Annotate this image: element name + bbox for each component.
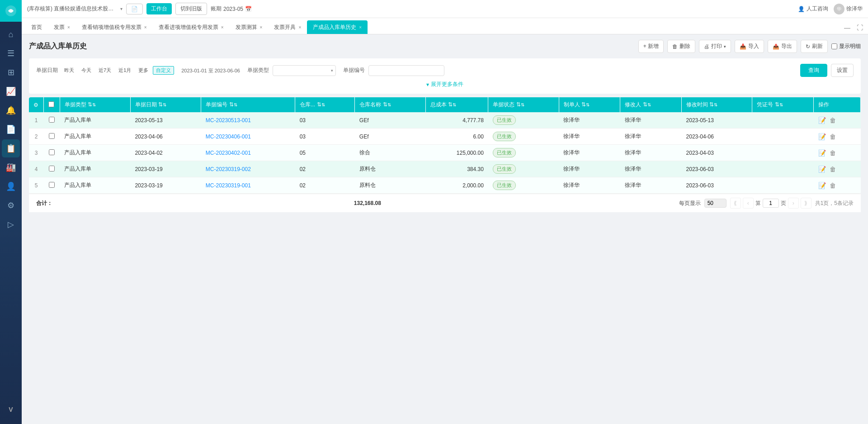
- row-select-1[interactable]: [49, 133, 55, 139]
- date-btn-more[interactable]: 更多: [136, 66, 151, 75]
- sidebar-item-home[interactable]: ⌂: [2, 25, 20, 43]
- docno-input[interactable]: [368, 65, 444, 76]
- sort-icon-doctype: ⇅: [88, 101, 96, 108]
- tab-invoice-close[interactable]: ×: [67, 25, 70, 30]
- status-badge-1: 已生效: [493, 132, 516, 141]
- edit-icon-0[interactable]: 📝: [818, 117, 826, 124]
- col-doc-date[interactable]: 单据日期 ⇅: [130, 97, 201, 112]
- brand-dropdown-icon[interactable]: ▾: [120, 6, 123, 11]
- delete-icon-4[interactable]: 🗑: [830, 182, 836, 189]
- sidebar-item-factory[interactable]: 🏭: [2, 158, 20, 176]
- row-select-0[interactable]: [49, 117, 55, 123]
- col-modifier[interactable]: 修改人 ⇅: [620, 97, 682, 112]
- doc-no-link-3[interactable]: MC-20230319-002: [206, 166, 251, 172]
- tab-purchase-vat-close[interactable]: ×: [221, 25, 224, 30]
- user-section[interactable]: 华 徐泽华: [834, 4, 863, 14]
- delete-icon: 🗑: [672, 43, 678, 50]
- col-creator[interactable]: 制单人 ⇅: [559, 97, 620, 112]
- col-settings[interactable]: ⚙: [29, 97, 43, 112]
- last-page-button[interactable]: ⟫: [801, 198, 811, 209]
- sidebar-item-user[interactable]: 👤: [2, 177, 20, 195]
- sidebar-item-play[interactable]: ▷: [2, 215, 20, 233]
- tab-invoice-issue[interactable]: 发票开具 ×: [268, 20, 307, 34]
- col-modify-time[interactable]: 修改时间 ⇅: [682, 97, 752, 112]
- window-maximize-button[interactable]: ⛶: [855, 23, 864, 32]
- edit-icon-4[interactable]: 📝: [818, 182, 826, 189]
- next-page-button[interactable]: ›: [788, 198, 799, 209]
- tab-sales-vat-close[interactable]: ×: [144, 25, 147, 30]
- sidebar-item-menu[interactable]: ☰: [2, 44, 20, 62]
- delete-button[interactable]: 🗑 删除: [667, 40, 695, 53]
- date-btn-7days[interactable]: 近7天: [96, 66, 114, 75]
- per-page-select[interactable]: 50 100 200: [704, 199, 726, 208]
- col-warehouse-name[interactable]: 仓库名称 ⇅: [355, 97, 425, 112]
- row-whname-1: GEf: [355, 129, 425, 145]
- refresh-button[interactable]: ↻ 刷新: [801, 40, 828, 53]
- row-status-1: 已生效: [488, 129, 559, 145]
- export-button[interactable]: 📤 导出: [768, 40, 797, 53]
- edit-icon-3[interactable]: 📝: [818, 166, 826, 173]
- import-button[interactable]: 📥 导入: [735, 40, 764, 53]
- sidebar-item-doc[interactable]: 📄: [2, 120, 20, 138]
- delete-icon-2[interactable]: 🗑: [830, 149, 836, 157]
- date-btn-yesterday[interactable]: 昨天: [61, 66, 77, 75]
- app-logo[interactable]: [0, 0, 22, 22]
- print-button[interactable]: 🖨 打印 ▾: [699, 40, 731, 53]
- col-total-cost[interactable]: 总成本 ⇅: [425, 97, 488, 112]
- first-page-button[interactable]: ⟪: [730, 198, 741, 209]
- delete-icon-1[interactable]: 🗑: [830, 133, 836, 140]
- tab-product-inbound[interactable]: 产成品入库单历史 ×: [307, 20, 368, 34]
- window-minimize-button[interactable]: —: [843, 23, 852, 32]
- row-docdate-4: 2023-03-19: [130, 177, 201, 194]
- row-select-3[interactable]: [49, 166, 55, 172]
- doc-no-link-4[interactable]: MC-20230319-001: [206, 182, 251, 189]
- doc-template-button[interactable]: 📄: [126, 4, 143, 14]
- select-all-checkbox[interactable]: [48, 101, 54, 107]
- calendar-icon[interactable]: 📅: [245, 6, 252, 12]
- row-select-4[interactable]: [49, 182, 55, 188]
- col-voucher-no[interactable]: 凭证号 ⇅: [752, 97, 814, 112]
- expand-filter-button[interactable]: ▾ 展开更多条件: [426, 81, 463, 88]
- show-detail-checkbox[interactable]: [831, 43, 837, 49]
- edit-icon-2[interactable]: 📝: [818, 149, 826, 157]
- doc-no-link-2[interactable]: MC-20230402-001: [206, 150, 251, 156]
- page-input[interactable]: [763, 199, 779, 208]
- table-row: 3 产品入库单 2023-04-02 MC-20230402-001 05 徐合…: [29, 145, 861, 161]
- tab-invoice-calc-close[interactable]: ×: [260, 25, 263, 30]
- row-select-2[interactable]: [49, 149, 55, 155]
- sidebar-item-clipboard[interactable]: 📋: [2, 139, 20, 157]
- tab-sales-vat[interactable]: 查看销项增值税专用发票 ×: [76, 20, 153, 34]
- query-button[interactable]: 查询: [800, 64, 827, 77]
- sidebar-item-v[interactable]: V: [2, 400, 20, 419]
- sidebar-item-grid[interactable]: ⊞: [2, 63, 20, 81]
- edit-icon-1[interactable]: 📝: [818, 133, 826, 140]
- col-warehouse-code[interactable]: 仓库... ⇅: [295, 97, 355, 112]
- settings-button[interactable]: 设置: [831, 64, 854, 77]
- row-modtime-3: 2023-06-03: [682, 161, 752, 177]
- delete-icon-0[interactable]: 🗑: [830, 117, 836, 124]
- switch-version-button[interactable]: 切到旧版: [175, 3, 207, 15]
- delete-icon-3[interactable]: 🗑: [830, 166, 836, 173]
- tab-invoice-calc[interactable]: 发票测算 ×: [230, 20, 269, 34]
- doctype-select[interactable]: [273, 65, 336, 76]
- tab-invoice-issue-close[interactable]: ×: [298, 25, 301, 30]
- prev-page-button[interactable]: ‹: [743, 198, 754, 209]
- doc-no-link-0[interactable]: MC-20230513-001: [206, 117, 251, 124]
- date-btn-today[interactable]: 今天: [79, 66, 94, 75]
- col-status[interactable]: 单据状态 ⇅: [488, 97, 559, 112]
- col-doc-type[interactable]: 单据类型 ⇅: [60, 97, 130, 112]
- sidebar-item-settings[interactable]: ⚙: [2, 196, 20, 214]
- tab-invoice[interactable]: 发票 ×: [48, 20, 76, 34]
- tab-product-inbound-close[interactable]: ×: [359, 25, 362, 30]
- doc-no-link-1[interactable]: MC-20230406-001: [206, 133, 251, 140]
- sidebar-item-chart[interactable]: 📈: [2, 82, 20, 100]
- workbench-button[interactable]: 工作台: [146, 3, 172, 14]
- date-btn-custom[interactable]: 自定义: [153, 66, 174, 75]
- sidebar-item-bell[interactable]: 🔔: [2, 101, 20, 119]
- col-doc-no[interactable]: 单据编号 ⇅: [201, 97, 295, 112]
- tab-home[interactable]: 首页: [25, 20, 48, 34]
- date-btn-1month[interactable]: 近1月: [116, 66, 134, 75]
- tab-purchase-vat[interactable]: 查看进项增值税专用发票 ×: [153, 20, 230, 34]
- new-button[interactable]: + 新增: [638, 40, 664, 53]
- help-section[interactable]: 👤 人工咨询: [798, 5, 828, 13]
